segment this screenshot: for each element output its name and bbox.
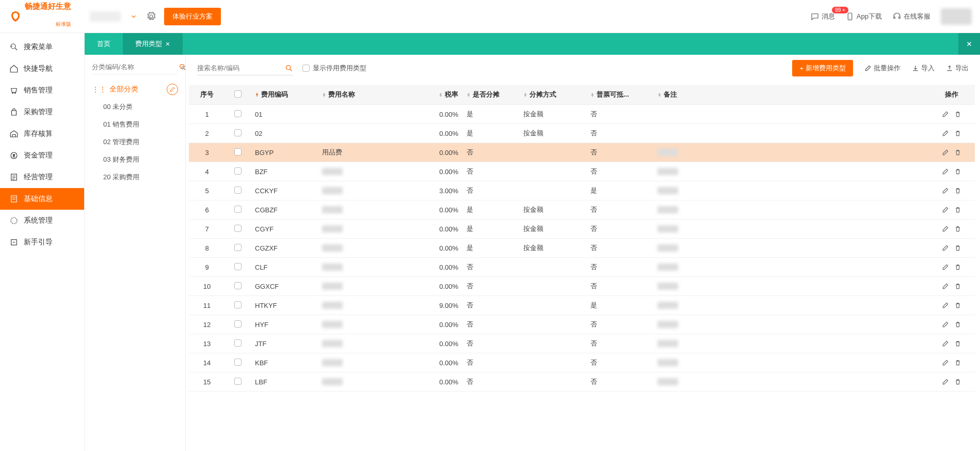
cell-checkbox[interactable] — [225, 372, 251, 392]
show-disabled-checkbox[interactable]: 显示停用费用类型 — [302, 64, 366, 73]
delete-icon[interactable] — [954, 168, 961, 175]
delete-icon[interactable] — [954, 378, 961, 385]
col-checkbox[interactable] — [225, 85, 251, 105]
batch-button[interactable]: 批量操作 — [864, 64, 901, 73]
cell-checkbox[interactable] — [225, 200, 251, 220]
tree-child[interactable]: 03 财务费用 — [85, 151, 185, 168]
sidebar-item-funds[interactable]: 资金管理 — [0, 145, 84, 166]
edit-icon[interactable] — [942, 187, 949, 194]
chevron-down-icon[interactable] — [130, 13, 137, 20]
close-icon[interactable] — [165, 41, 170, 46]
cell-checkbox[interactable] — [225, 258, 251, 277]
table-row[interactable]: 3BGYP用品费0.00%否否xx — [189, 143, 975, 162]
col-name[interactable]: ▲▼费用名称 — [318, 85, 411, 105]
sidebar-item-guide[interactable]: 新手引导 — [0, 231, 84, 253]
table-row[interactable]: 15LBFxx0.00%否否xx — [189, 372, 975, 392]
sidebar-item-purchase[interactable]: 采购管理 — [0, 101, 84, 123]
delete-icon[interactable] — [954, 340, 961, 347]
delete-icon[interactable] — [954, 244, 961, 252]
tree-root[interactable]: ⋮⋮ 全部分类 — [85, 81, 185, 98]
col-allocate[interactable]: ▲▼是否分摊 — [462, 85, 519, 105]
import-button[interactable]: 导入 — [912, 64, 935, 73]
edit-icon[interactable] — [942, 340, 949, 347]
table-row[interactable]: 8CGZXFxx0.00%是按金额否xx — [189, 239, 975, 258]
table-row[interactable]: 9CLFxx0.00%否否xx — [189, 258, 975, 277]
delete-icon[interactable] — [954, 359, 961, 366]
edit-icon[interactable] — [942, 130, 949, 137]
cell-checkbox[interactable] — [225, 220, 251, 239]
table-row[interactable]: 10GGXCFxx0.00%否否xx — [189, 277, 975, 296]
tab-expense-type[interactable]: 费用类型 — [123, 33, 183, 55]
edit-icon[interactable] — [942, 263, 949, 271]
edit-icon[interactable] — [942, 244, 949, 252]
col-seq[interactable]: 序号 — [189, 85, 225, 105]
table-search[interactable] — [197, 61, 293, 75]
delete-icon[interactable] — [954, 263, 961, 271]
tree-search-input[interactable] — [92, 60, 179, 74]
cell-checkbox[interactable] — [225, 353, 251, 372]
experience-button[interactable]: 体验行业方案 — [164, 8, 221, 25]
col-deduct[interactable]: ▲▼普票可抵... — [586, 85, 653, 105]
cell-checkbox[interactable] — [225, 315, 251, 334]
cell-checkbox[interactable] — [225, 162, 251, 181]
sidebar-item-baseinfo[interactable]: 基础信息 — [0, 188, 84, 210]
table-row[interactable]: 6CGBZFxx0.00%是按金额否xx — [189, 200, 975, 220]
cell-checkbox[interactable] — [225, 239, 251, 258]
table-row[interactable]: 12HYFxx0.00%否否xx — [189, 315, 975, 334]
col-mode[interactable]: ▲▼分摊方式 — [519, 85, 586, 105]
delete-icon[interactable] — [954, 225, 961, 232]
edit-icon[interactable] — [167, 84, 178, 95]
tree-child[interactable]: 00 未分类 — [85, 98, 185, 116]
edit-icon[interactable] — [942, 225, 949, 232]
org-selector[interactable] — [90, 11, 121, 22]
tree-search[interactable] — [92, 60, 178, 74]
edit-icon[interactable] — [942, 321, 949, 328]
sidebar-item-search[interactable]: 搜索菜单 — [0, 36, 84, 58]
tab-home[interactable]: 首页 — [85, 33, 123, 55]
table-row[interactable]: 5CCKYFxx3.00%否是xx — [189, 181, 975, 200]
table-row[interactable]: 11HTKYFxx9.00%否是xx — [189, 296, 975, 315]
collapse-icon[interactable] — [179, 64, 186, 71]
app-download-button[interactable]: App下载 — [845, 12, 882, 21]
tree-child[interactable]: 02 管理费用 — [85, 133, 185, 151]
table-row[interactable]: 14KBFxx0.00%否否xx — [189, 353, 975, 372]
edit-icon[interactable] — [942, 359, 949, 366]
delete-icon[interactable] — [954, 149, 961, 156]
edit-icon[interactable] — [942, 149, 949, 156]
sidebar-item-system[interactable]: 系统管理 — [0, 210, 84, 231]
edit-icon[interactable] — [942, 283, 949, 290]
cell-checkbox[interactable] — [225, 124, 251, 143]
cell-checkbox[interactable] — [225, 334, 251, 353]
delete-icon[interactable] — [954, 111, 961, 118]
tree-child[interactable]: 01 销售费用 — [85, 116, 185, 133]
cell-checkbox[interactable] — [225, 105, 251, 124]
delete-icon[interactable] — [954, 283, 961, 290]
cell-checkbox[interactable] — [225, 181, 251, 200]
export-button[interactable]: 导出 — [946, 64, 969, 73]
avatar[interactable] — [941, 8, 972, 25]
table-row[interactable]: 7CGYFxx0.00%是按金额否xx — [189, 220, 975, 239]
col-remark[interactable]: ▲▼备注 — [653, 85, 928, 105]
table-row[interactable]: 4BZFxx0.00%否否xx — [189, 162, 975, 181]
delete-icon[interactable] — [954, 321, 961, 328]
delete-icon[interactable] — [954, 187, 961, 194]
online-service-button[interactable]: 在线客服 — [892, 12, 930, 21]
sidebar-item-inventory[interactable]: 库存核算 — [0, 123, 84, 145]
search-icon[interactable] — [285, 64, 293, 72]
edit-icon[interactable] — [942, 302, 949, 309]
sidebar-item-management[interactable]: 经营管理 — [0, 166, 84, 188]
edit-icon[interactable] — [942, 206, 949, 213]
sidebar-item-quicknav[interactable]: 快捷导航 — [0, 58, 84, 80]
table-search-input[interactable] — [197, 61, 285, 75]
cell-checkbox[interactable] — [225, 296, 251, 315]
edit-icon[interactable] — [942, 378, 949, 385]
messages-button[interactable]: 消息 99 + — [810, 12, 835, 21]
add-button[interactable]: +新增费用类型 — [792, 60, 853, 76]
edit-icon[interactable] — [942, 111, 949, 118]
gear-icon[interactable] — [147, 12, 156, 21]
tree-child[interactable]: 20 采购费用 — [85, 168, 185, 186]
cell-checkbox[interactable] — [225, 143, 251, 162]
table-row[interactable]: 13JTFxx0.00%否否xx — [189, 334, 975, 353]
col-rate[interactable]: ▲▼税率 — [411, 85, 462, 105]
edit-icon[interactable] — [942, 168, 949, 175]
